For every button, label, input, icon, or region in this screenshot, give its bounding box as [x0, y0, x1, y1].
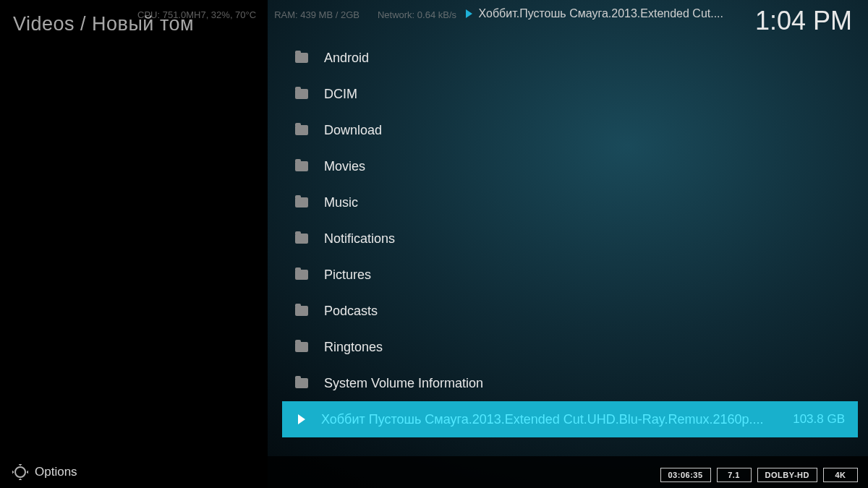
- item-label: System Volume Information: [324, 376, 845, 391]
- now-playing-title: Хоббит.Пустошь Смауга.2013.Extended Cut.…: [478, 7, 723, 20]
- folder-icon: [295, 234, 308, 244]
- item-label: Android: [324, 51, 845, 66]
- list-item[interactable]: Movies: [282, 148, 858, 184]
- play-icon: [466, 9, 472, 18]
- cpu-stat: CPU: 751.0MH7, 32%, 70°C: [137, 9, 256, 20]
- system-stats: CPU: 751.0MH7, 32%, 70°C RAM: 439 MB / 2…: [137, 9, 456, 20]
- folder-icon: [295, 197, 308, 207]
- now-playing-header[interactable]: Хоббит.Пустошь Смауга.2013.Extended Cut.…: [466, 7, 723, 20]
- folder-icon: [295, 306, 308, 316]
- options-label: Options: [35, 465, 77, 479]
- folder-icon: [295, 125, 308, 135]
- item-label: Notifications: [324, 231, 845, 247]
- item-label: Pictures: [324, 267, 845, 283]
- list-item[interactable]: Podcasts: [282, 293, 858, 329]
- bottom-bar: Options 03:06:35 7.1 DOLBY-HD 4K: [0, 456, 868, 488]
- gear-icon: [14, 466, 26, 478]
- folder-icon: [295, 378, 308, 388]
- resolution-badge: 4K: [823, 468, 858, 482]
- list-item[interactable]: DCIM: [282, 76, 858, 112]
- item-label: Podcasts: [324, 304, 845, 319]
- folder-icon: [295, 342, 308, 352]
- item-label: DCIM: [324, 87, 845, 102]
- list-item[interactable]: System Volume Information: [282, 365, 858, 401]
- duration-badge: 03:06:35: [660, 468, 711, 482]
- folder-icon: [295, 161, 308, 171]
- list-item[interactable]: Android: [282, 40, 858, 76]
- list-item-selected[interactable]: Хоббит Пустошь Смауга.2013.Extended Cut.…: [282, 401, 858, 437]
- item-label: Ringtones: [324, 340, 845, 355]
- list-item[interactable]: Music: [282, 184, 858, 221]
- media-badges: 03:06:35 7.1 DOLBY-HD 4K: [660, 468, 859, 482]
- item-label: Music: [324, 195, 845, 210]
- folder-icon: [295, 89, 308, 99]
- side-panel: [0, 0, 268, 488]
- item-label: Хоббит Пустошь Смауга.2013.Extended Cut.…: [321, 412, 768, 427]
- file-list: Android DCIM Download Movies Music Notif…: [282, 40, 858, 437]
- ram-stat: RAM: 439 MB / 2GB: [274, 9, 359, 20]
- item-label: Movies: [324, 159, 845, 174]
- item-size: 103.8 GB: [793, 412, 845, 427]
- clock: 1:04 PM: [755, 6, 852, 36]
- list-item[interactable]: Ringtones: [282, 329, 858, 365]
- network-stat: Network: 0.64 kB/s: [378, 9, 456, 20]
- options-button[interactable]: Options: [0, 465, 92, 479]
- folder-icon: [295, 53, 308, 63]
- play-icon: [298, 414, 305, 424]
- folder-icon: [295, 270, 308, 280]
- audio-codec-badge: DOLBY-HD: [757, 468, 817, 482]
- list-item[interactable]: Pictures: [282, 257, 858, 293]
- list-item[interactable]: Notifications: [282, 221, 858, 257]
- item-label: Download: [324, 123, 845, 138]
- list-item[interactable]: Download: [282, 112, 858, 148]
- audio-channels-badge: 7.1: [717, 468, 752, 482]
